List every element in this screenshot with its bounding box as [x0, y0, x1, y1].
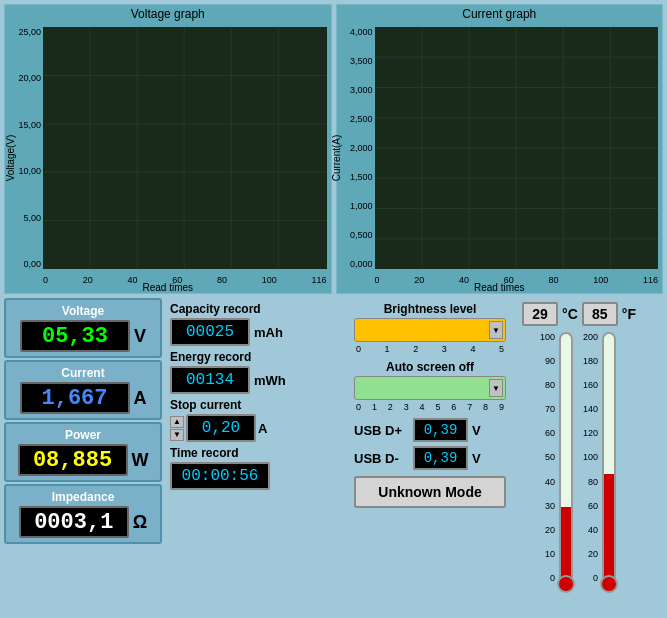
capacity-record-row: 00025 mAh — [170, 318, 342, 346]
voltage-graph-container: Voltage graph 25,00 20,00 15,00 10,00 5,… — [4, 4, 332, 294]
celsius-fill — [561, 507, 571, 578]
fahrenheit-tube-container — [600, 328, 618, 593]
unknown-mode-button[interactable]: Unknown Mode — [354, 476, 506, 508]
brightness-scale: 0 1 2 3 4 5 — [354, 344, 506, 354]
stop-current-unit: A — [258, 421, 267, 436]
capacity-record-block: Capacity record 00025 mAh — [170, 302, 342, 346]
current-graph-container: Current graph 4,000 3,500 3,000 2,500 2,… — [336, 4, 664, 294]
usb-dm-unit: V — [472, 451, 481, 466]
fahrenheit-scale: 200 180 160 140 120 100 80 60 40 20 0 — [583, 328, 598, 583]
impedance-value: 0003,1 — [34, 510, 113, 535]
usb-dm-row: USB D- 0,39 V — [354, 446, 506, 470]
usb-dp-unit: V — [472, 423, 481, 438]
voltage-y-axis-title: Voltage(V) — [5, 135, 16, 182]
fahrenheit-value-box: 85 — [582, 302, 618, 326]
celsius-thermometer: 100 90 80 70 60 50 40 30 20 10 0 — [540, 328, 575, 616]
auto-screen-label: Auto screen off — [354, 360, 506, 374]
auto-screen-block: Auto screen off ▼ 0 1 2 3 4 5 6 7 8 9 — [354, 360, 506, 412]
celsius-unit-label: °C — [562, 306, 578, 322]
current-x-axis-title: Read times — [474, 282, 525, 293]
power-display: 08,885 — [18, 444, 128, 476]
brightness-slider[interactable]: ▼ — [354, 318, 506, 342]
middle-panel: Capacity record 00025 mAh Energy record … — [166, 298, 346, 618]
brightness-dropdown-btn[interactable]: ▼ — [489, 321, 503, 339]
voltage-x-axis-title: Read times — [142, 282, 193, 293]
fahrenheit-unit-label: °F — [622, 306, 636, 322]
energy-record-block: Energy record 00134 mWh — [170, 350, 342, 394]
power-row: 08,885 W — [10, 444, 156, 476]
graphs-section: Voltage graph 25,00 20,00 15,00 10,00 5,… — [4, 4, 663, 294]
thermometer-panel: 29 °C 85 °F 100 90 80 70 60 50 40 — [514, 298, 644, 618]
voltage-block: Voltage 05,33 V — [4, 298, 162, 358]
time-record-label: Time record — [170, 446, 342, 460]
usb-dp-row: USB D+ 0,39 V — [354, 418, 506, 442]
voltage-row: 05,33 V — [10, 320, 156, 352]
usb-dp-value: 0,39 — [413, 418, 468, 442]
voltage-graph-area — [43, 27, 327, 269]
spinner-up-button[interactable]: ▲ — [170, 416, 184, 428]
power-unit: W — [132, 450, 149, 471]
time-record-row: 00:00:56 — [170, 462, 342, 490]
left-panel: Voltage 05,33 V Current 1,667 A — [4, 298, 162, 618]
capacity-record-unit: mAh — [254, 325, 283, 340]
usb-dm-label: USB D- — [354, 451, 409, 466]
controls-section: Voltage 05,33 V Current 1,667 A — [4, 298, 663, 618]
voltage-label: Voltage — [62, 304, 104, 318]
energy-record-unit: mWh — [254, 373, 286, 388]
right-middle-panel: Brightness level ▼ 0 1 2 3 4 5 Auto scre… — [350, 298, 510, 618]
celsius-tube — [559, 332, 573, 580]
celsius-bulb — [557, 575, 575, 593]
energy-record-value[interactable]: 00134 — [170, 366, 250, 394]
voltage-display: 05,33 — [20, 320, 130, 352]
stop-current-value[interactable]: 0,20 — [186, 414, 256, 442]
current-y-axis-title: Current(A) — [330, 135, 341, 182]
main-container: Voltage graph 25,00 20,00 15,00 10,00 5,… — [0, 0, 667, 618]
stop-current-spinner: ▲ ▼ 0,20 A — [170, 414, 342, 442]
voltage-unit: V — [134, 326, 146, 347]
celsius-tube-container — [557, 328, 575, 593]
stop-current-label: Stop current — [170, 398, 342, 412]
fahrenheit-fill — [604, 474, 614, 578]
celsius-scale: 100 90 80 70 60 50 40 30 20 10 0 — [540, 328, 555, 583]
current-row: 1,667 A — [10, 382, 156, 414]
energy-record-row: 00134 mWh — [170, 366, 342, 394]
brightness-label: Brightness level — [354, 302, 506, 316]
impedance-row: 0003,1 Ω — [10, 506, 156, 538]
spinner-buttons[interactable]: ▲ ▼ — [170, 416, 184, 441]
fahrenheit-tube — [602, 332, 616, 580]
auto-screen-dropdown-btn[interactable]: ▼ — [489, 379, 503, 397]
current-value: 1,667 — [41, 386, 107, 411]
power-block: Power 08,885 W — [4, 422, 162, 482]
usb-block: USB D+ 0,39 V USB D- 0,39 V — [354, 418, 506, 470]
impedance-label: Impedance — [52, 490, 115, 504]
celsius-value-box: 29 — [522, 302, 558, 326]
current-block: Current 1,667 A — [4, 360, 162, 420]
capacity-record-value[interactable]: 00025 — [170, 318, 250, 346]
time-record-block: Time record 00:00:56 — [170, 446, 342, 490]
energy-record-label: Energy record — [170, 350, 342, 364]
spinner-down-button[interactable]: ▼ — [170, 429, 184, 441]
time-record-value[interactable]: 00:00:56 — [170, 462, 270, 490]
auto-screen-scale: 0 1 2 3 4 5 6 7 8 9 — [354, 402, 506, 412]
fahrenheit-bulb — [600, 575, 618, 593]
impedance-unit: Ω — [133, 512, 147, 533]
thermo-header: 29 °C 85 °F — [518, 302, 640, 326]
voltage-graph-svg — [43, 27, 327, 269]
current-unit: A — [134, 388, 147, 409]
current-label: Current — [61, 366, 104, 380]
capacity-record-label: Capacity record — [170, 302, 342, 316]
usb-dm-value: 0,39 — [413, 446, 468, 470]
power-value: 08,885 — [33, 448, 112, 473]
fahrenheit-thermometer: 200 180 160 140 120 100 80 60 40 20 0 — [583, 328, 618, 616]
brightness-block: Brightness level ▼ 0 1 2 3 4 5 — [354, 302, 506, 354]
impedance-block: Impedance 0003,1 Ω — [4, 484, 162, 544]
current-display: 1,667 — [20, 382, 130, 414]
thermometers-container: 100 90 80 70 60 50 40 30 20 10 0 — [518, 328, 640, 616]
auto-screen-slider[interactable]: ▼ — [354, 376, 506, 400]
current-graph-svg — [375, 27, 659, 269]
current-graph-title: Current graph — [337, 5, 663, 23]
usb-dp-label: USB D+ — [354, 423, 409, 438]
stop-current-block: Stop current ▲ ▼ 0,20 A — [170, 398, 342, 442]
current-graph-area — [375, 27, 659, 269]
impedance-display: 0003,1 — [19, 506, 129, 538]
